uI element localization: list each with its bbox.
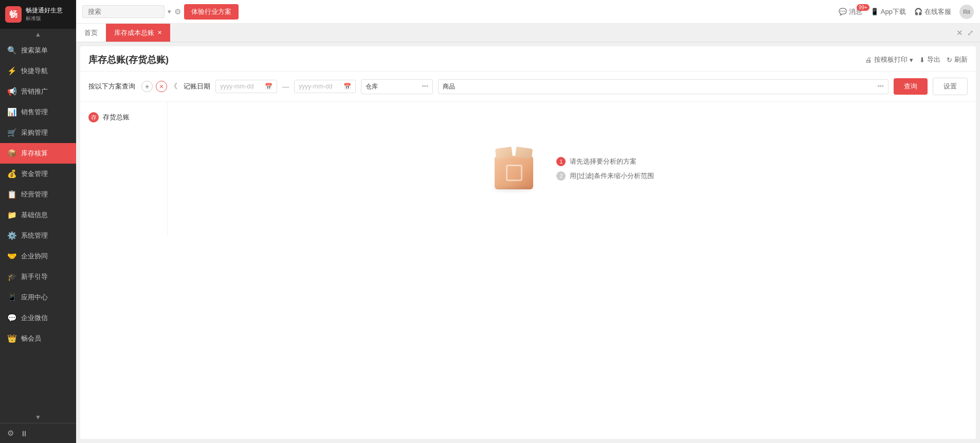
print-label: 按模板打印 — [874, 55, 908, 64]
sidebar-item-basic[interactable]: 📁 基础信息 — [0, 205, 76, 225]
sidebar-item-apps[interactable]: 📱 应用中心 — [0, 287, 76, 308]
sidebar-item-wechat[interactable]: 💬 企业微信 — [0, 308, 76, 328]
chevron-down-icon[interactable]: ▾ — [168, 8, 171, 15]
date-start-input[interactable]: yyyy-mm-dd 📅 — [215, 80, 277, 93]
gear-icon[interactable]: ⚙ — [174, 7, 181, 16]
filter-delete-button[interactable]: × — [156, 81, 167, 92]
topbar-right: 💬 消息 99+ 📱 App下载 🎧 在线客服 Rit — [839, 5, 974, 19]
scroll-up-btn[interactable]: ▲ — [0, 29, 76, 40]
sidebar-item-inventory[interactable]: 📦 库存核算 — [0, 143, 76, 164]
sidebar-item-system[interactable]: ⚙️ 系统管理 — [0, 225, 76, 246]
tab-home[interactable]: 首页 — [76, 24, 106, 42]
sidebar-item-marketing[interactable]: 📢 营销推广 — [0, 81, 76, 102]
tab-label: 库存成本总账 — [114, 28, 154, 38]
date-label: 记账日期 — [184, 82, 210, 91]
scheme-item-inventory[interactable]: 存 存货总账 — [80, 107, 167, 128]
goods-select[interactable]: 商品 ••• — [438, 79, 888, 94]
sidebar-item-purchase[interactable]: 🛒 采购管理 — [0, 122, 76, 143]
sidebar-item-label: 采购管理 — [21, 128, 48, 137]
expand-icon[interactable]: ⤢ — [967, 28, 974, 38]
trial-button[interactable]: 体验行业方案 — [184, 4, 239, 20]
content-area: 库存总账(存货总账) 🖨 按模板打印 ▾ ⬇ 导出 ↻ 刷新 按以下方案查询 — [80, 46, 976, 439]
tab-close-icon[interactable]: ✕ — [157, 29, 162, 36]
filter-add-button[interactable]: + — [141, 81, 153, 92]
page-title: 库存总账(存货总账) — [88, 54, 169, 66]
filter-actions: + × 《 — [141, 81, 177, 92]
sidebar-item-member[interactable]: 👑 畅会员 — [0, 328, 76, 349]
sidebar-menu: 🔍 搜索菜单 ⚡ 快捷导航 📢 营销推广 📊 销售管理 🛒 采购管理 📦 库存核… — [0, 40, 76, 412]
inventory-icon: 📦 — [7, 149, 17, 158]
export-button[interactable]: ⬇ 导出 — [919, 55, 940, 64]
print-template-button[interactable]: 🖨 按模板打印 ▾ — [865, 55, 913, 64]
sidebar-item-label: 基础信息 — [21, 210, 48, 220]
logo-badge: 标准版 — [26, 15, 63, 22]
tab-panel-close: ✕ ⤢ — [950, 28, 980, 38]
query-button[interactable]: 查询 — [894, 78, 928, 95]
consult-icon: 🎧 — [914, 8, 922, 15]
date-end-input[interactable]: yyyy-mm-dd 📅 — [294, 80, 356, 93]
sidebar-item-finance[interactable]: 💰 资金管理 — [0, 164, 76, 184]
sidebar-item-label: 库存核算 — [21, 149, 48, 158]
avatar[interactable]: Rit — [959, 5, 974, 19]
newbie-icon: 🎓 — [7, 272, 17, 281]
marketing-icon: 📢 — [7, 87, 17, 96]
search-input[interactable] — [82, 5, 165, 18]
scheme-panel: 存 存货总账 — [80, 102, 976, 236]
purchase-icon: 🛒 — [7, 128, 17, 137]
tip-num-1: 1 — [556, 157, 566, 166]
warehouse-select[interactable]: 仓库 ••• — [361, 79, 433, 94]
sidebar-item-label: 企业微信 — [21, 313, 48, 323]
app-download-button[interactable]: 📱 App下载 — [870, 7, 906, 16]
tab-inventory-ledger[interactable]: 库存成本总账 ✕ — [106, 24, 170, 42]
scroll-up-icon: ▲ — [35, 31, 41, 38]
settings-button[interactable]: 设置 — [933, 78, 968, 95]
goods-label: 商品 — [443, 82, 455, 91]
filter-bar: 按以下方案查询 + × 《 记账日期 yyyy-mm-dd 📅 — yyyy-m… — [80, 72, 976, 102]
export-label: 导出 — [927, 55, 940, 64]
sidebar-item-sales[interactable]: 📊 销售管理 — [0, 102, 76, 122]
sidebar-item-label: 应用中心 — [21, 293, 48, 302]
apps-icon: 📱 — [7, 293, 17, 302]
sidebar-item-label: 畅会员 — [21, 334, 41, 343]
scroll-down-icon: ▼ — [35, 414, 41, 421]
close-panel-icon[interactable]: ✕ — [956, 28, 963, 38]
finance-icon: 💰 — [7, 169, 17, 179]
settings-footer-icon[interactable]: ⚙ — [7, 429, 14, 438]
refresh-icon: ↻ — [947, 56, 952, 64]
goods-more-icon: ••• — [877, 83, 884, 90]
sidebar-footer: ⚙ ⏸ — [0, 423, 76, 443]
empty-tips: 1 请先选择要分析的方案 2 用[过滤]条件来缩小分析范围 — [556, 157, 654, 181]
message-badge: 99+ — [857, 4, 869, 11]
date-start-placeholder: yyyy-mm-dd — [220, 83, 253, 90]
filter-row: 记账日期 yyyy-mm-dd 📅 — yyyy-mm-dd 📅 仓库 ••• … — [184, 78, 968, 95]
date-end-placeholder: yyyy-mm-dd — [299, 83, 332, 90]
logo-name: 畅捷通好生意 — [26, 7, 63, 15]
date-separator: — — [282, 83, 289, 91]
refresh-button[interactable]: ↻ 刷新 — [947, 55, 968, 64]
sidebar-item-search[interactable]: 🔍 搜索菜单 — [0, 40, 76, 61]
app-icon: 📱 — [870, 8, 879, 15]
filter-collapse-icon[interactable]: 《 — [170, 82, 177, 91]
sales-icon: 📊 — [7, 108, 17, 117]
sidebar-item-operation[interactable]: 📋 经营管理 — [0, 184, 76, 205]
logo-text-area: 畅捷通好生意 标准版 — [26, 7, 63, 22]
consult-button[interactable]: 🎧 在线客服 — [914, 7, 951, 16]
calendar-start-icon: 📅 — [265, 83, 273, 90]
corp-icon: 🤝 — [7, 252, 17, 261]
empty-illustration — [489, 143, 541, 194]
logo-area: 畅 畅捷通好生意 标准版 — [0, 0, 76, 29]
search-icon: 🔍 — [7, 46, 17, 55]
filter-label: 按以下方案查询 — [88, 82, 135, 91]
sidebar-item-newbie[interactable]: 🎓 新手引导 — [0, 267, 76, 287]
print-icon: 🖨 — [865, 56, 872, 64]
sidebar-item-corp[interactable]: 🤝 企业协同 — [0, 246, 76, 267]
sidebar-item-label: 营销推广 — [21, 87, 48, 96]
shortcut-icon: ⚡ — [7, 66, 17, 76]
page-actions: 🖨 按模板打印 ▾ ⬇ 导出 ↻ 刷新 — [865, 55, 968, 64]
message-button[interactable]: 💬 消息 99+ — [839, 7, 862, 16]
consult-label: 在线客服 — [924, 7, 951, 16]
scroll-down-btn[interactable]: ▼ — [0, 412, 76, 423]
scheme-item-icon: 存 — [88, 112, 99, 122]
sidebar-item-shortcut[interactable]: ⚡ 快捷导航 — [0, 61, 76, 81]
sound-footer-icon[interactable]: ⏸ — [20, 429, 28, 438]
